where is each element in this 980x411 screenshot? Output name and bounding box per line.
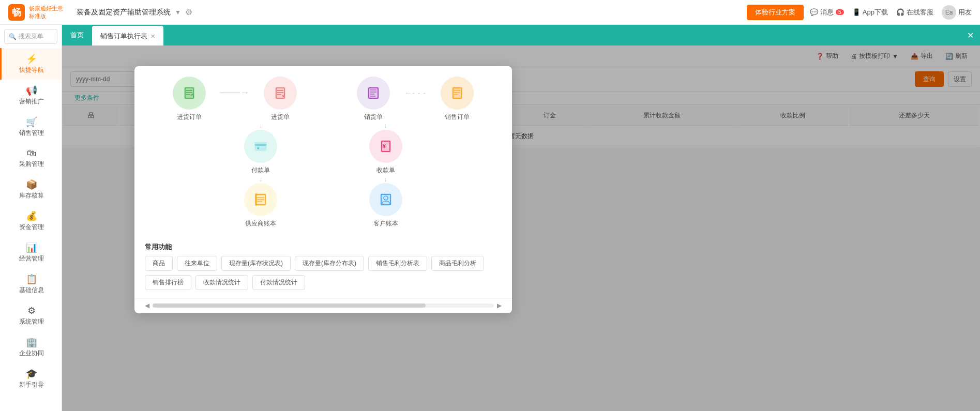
func-btn-counterpart[interactable]: 往来单位 [177, 256, 217, 271]
supplier-ledger-circle [244, 183, 277, 216]
arrow-2: ←- - - [404, 89, 426, 110]
sidebar-item-marketing[interactable]: 📢 营销推广 [0, 80, 62, 111]
content-area: 首页 销售订单执行表 ✕ ✕ ❓ 帮助 [62, 25, 980, 411]
sidebar-item-finance[interactable]: 💰 资金管理 [0, 205, 62, 237]
svg-rect-33 [380, 193, 391, 206]
tab-window-close[interactable]: ✕ [967, 31, 980, 40]
modal-scrollbar: ◀ ▶ [134, 298, 512, 313]
purchase-order-label: 进货订单 [177, 113, 202, 121]
scrollbar-track[interactable] [153, 303, 494, 308]
svg-text:¥: ¥ [383, 144, 386, 149]
user-action[interactable]: Ea 用友 [942, 5, 972, 20]
trial-button[interactable]: 体验行业方案 [747, 5, 804, 20]
modal-dialog: 进货订单 ───→ [134, 66, 512, 313]
sidebar-search-button[interactable]: 🔍 搜索菜单 [4, 29, 57, 44]
flow-node-supplier-ledger[interactable]: 供应商账本 [244, 183, 277, 228]
window-close-icon[interactable]: ✕ [967, 31, 974, 40]
newbie-icon: 🎓 [26, 368, 37, 379]
sidebar-item-inventory[interactable]: 📦 库存核算 [0, 174, 62, 205]
finance-icon: 💰 [26, 210, 37, 222]
tab-sales-orders[interactable]: 销售订单执行表 ✕ [92, 26, 163, 47]
online-service-action[interactable]: 🎧 在线客服 [896, 8, 933, 17]
sidebar-item-newbie[interactable]: 🎓 新手引导 [0, 363, 62, 394]
page-content: ❓ 帮助 🖨 按模板打印 ▼ 📤 导出 🔄 刷新 [62, 45, 980, 411]
purchase-bill-label: 进货单 [271, 113, 290, 121]
sidebar-item-quick-nav[interactable]: ⚡ 快捷导航 [0, 48, 62, 80]
tab-home[interactable]: 首页 [62, 25, 92, 45]
top-bar: 畅 畅康通好生意 标准版 装备及固定资产辅助管理系统 ▼ ⚙ 体验行业方案 💬 … [0, 0, 980, 25]
logo-area: 畅 畅康通好生意 标准版 [8, 4, 70, 21]
flow-row-2: ¥ 付款单 [155, 130, 491, 175]
payment-circle: ¥ [244, 130, 277, 163]
func-btn-sales-margin[interactable]: 销售毛利分析表 [368, 256, 427, 271]
app-container: 畅 畅康通好生意 标准版 装备及固定资产辅助管理系统 ▼ ⚙ 体验行业方案 💬 … [0, 0, 980, 411]
quick-nav-icon: ⚡ [26, 53, 37, 65]
scroll-left-icon[interactable]: ◀ [145, 302, 149, 309]
tab-bar: 首页 销售订单执行表 ✕ ✕ [62, 25, 980, 45]
purchase-icon: 🛍 [27, 148, 36, 159]
customer-ledger-circle [369, 183, 402, 216]
system-icon: ⚙ [27, 305, 36, 316]
func-buttons-row-1: 商品 往来单位 现存量(库存状况表) 现存量(库存分布表) 销售毛利分析表 商品… [145, 256, 502, 271]
enterprise-icon: 🏢 [26, 337, 37, 348]
sidebar-item-enterprise[interactable]: 🏢 企业协同 [0, 331, 62, 363]
svg-rect-24 [381, 140, 391, 153]
sidebar-item-basic-info[interactable]: 📋 基础信息 [0, 268, 62, 300]
purchase-bill-circle [264, 77, 297, 110]
modal-overlay[interactable]: 进货订单 ───→ [62, 45, 980, 411]
operation-icon: 📊 [26, 242, 37, 253]
func-btn-receipt-stats[interactable]: 收款情况统计 [195, 275, 248, 290]
flow-node-purchase-bill[interactable]: 进货单 [264, 77, 297, 121]
sidebar-item-operation[interactable]: 📊 经营管理 [0, 237, 62, 268]
marketing-icon: 📢 [26, 85, 37, 96]
tab-close-icon[interactable]: ✕ [150, 33, 155, 40]
purchase-order-circle [173, 77, 206, 110]
svg-rect-32 [255, 193, 257, 206]
func-btn-sales-ranking[interactable]: 销售排行榜 [145, 275, 191, 290]
flow-node-receipt[interactable]: ¥ 收款单 [369, 130, 402, 175]
flow-row-3: 供应商账本 [155, 183, 491, 228]
flow-row-arrows: ↓ ↓ [155, 121, 491, 130]
flow-node-sales-order[interactable]: 销售订单 [441, 77, 474, 121]
scroll-right-icon[interactable]: ▶ [497, 302, 502, 309]
svg-rect-10 [368, 87, 379, 99]
sidebar: 🔍 搜索菜单 ⚡ 快捷导航 📢 营销推广 🛒 销售管理 🛍 [0, 25, 62, 411]
download-icon: 📱 [852, 8, 861, 16]
flow-row-1: 进货订单 ───→ [155, 77, 491, 121]
settings-icon[interactable]: ⚙ [185, 7, 192, 17]
system-title: 装备及固定资产辅助管理系统 ▼ ⚙ [77, 7, 741, 17]
svg-rect-5 [275, 87, 285, 99]
app-download-action[interactable]: 📱 App下载 [852, 8, 888, 17]
flow-node-purchase-order[interactable]: 进货订单 [173, 77, 206, 121]
user-avatar: Ea [942, 5, 956, 20]
sales-order-circle [441, 77, 474, 110]
title-dropdown-icon[interactable]: ▼ [175, 9, 181, 16]
sidebar-search-area: 🔍 搜索菜单 [0, 25, 62, 48]
sidebar-item-purchase[interactable]: 🛍 采购管理 [0, 143, 62, 174]
flow-node-customer-ledger[interactable]: 客户账本 [369, 183, 402, 228]
flow-diagram-area: 进货订单 ───→ [134, 66, 512, 238]
sidebar-nav: ⚡ 快捷导航 📢 营销推广 🛒 销售管理 🛍 采购管理 📦 库存核算 [0, 48, 62, 411]
receipt-label: 收款单 [376, 166, 395, 175]
down-arrow-1: ↓ [244, 121, 277, 130]
flow-rows-container: 进货订单 ───→ [155, 77, 491, 228]
sidebar-item-sales[interactable]: 🛒 销售管理 [0, 111, 62, 143]
sidebar-item-system[interactable]: ⚙ 系统管理 [0, 300, 62, 331]
message-icon: 💬 [810, 8, 818, 16]
message-action[interactable]: 💬 消息 5 [810, 8, 844, 17]
func-btn-stock-distribution[interactable]: 现存量(库存分布表) [295, 256, 364, 271]
customer-ledger-label: 客户账本 [373, 219, 398, 228]
func-btn-goods-margin[interactable]: 商品毛利分析 [431, 256, 484, 271]
func-btn-payment-stats[interactable]: 付款情况统计 [252, 275, 305, 290]
flow-node-sales-bill[interactable]: 销货单 [357, 77, 390, 121]
func-btn-stock-status[interactable]: 现存量(库存状况表) [221, 256, 291, 271]
service-icon: 🎧 [896, 8, 904, 16]
svg-text:¥: ¥ [257, 146, 260, 150]
basic-info-icon: 📋 [26, 273, 37, 285]
flow-node-payment[interactable]: ¥ 付款单 [244, 130, 277, 175]
func-btn-goods[interactable]: 商品 [145, 256, 173, 271]
arrow-1: ───→ [220, 87, 249, 111]
top-actions: 💬 消息 5 📱 App下载 🎧 在线客服 Ea 用友 [810, 5, 972, 20]
logo-icon: 畅 [8, 4, 25, 21]
common-functions-area: 常用功能 商品 往来单位 现存量(库存状况表) 现存量(库存分布表) 销售毛利分… [134, 238, 512, 298]
